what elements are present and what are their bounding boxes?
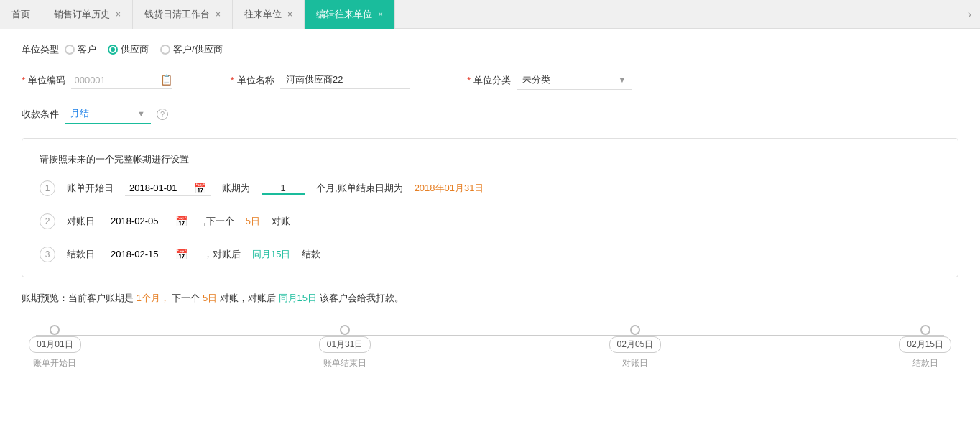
tab-more-button[interactable]: › bbox=[959, 8, 980, 21]
radio-customer[interactable]: 客户 bbox=[65, 43, 96, 56]
tab-sales-order[interactable]: 销售订单历史 × bbox=[42, 0, 133, 29]
timeline-label-0: 账单开始日 bbox=[33, 357, 76, 369]
payment-condition-label: 收款条件 bbox=[22, 108, 59, 121]
cat-required-star: * bbox=[467, 75, 471, 86]
timeline-date-1: 01月31日 bbox=[327, 339, 364, 349]
preview-highlight2: 5日 bbox=[203, 293, 217, 303]
radio-both-circle bbox=[160, 45, 170, 55]
code-required-star: * bbox=[22, 75, 25, 86]
step-1-period-label: 账期为 bbox=[222, 182, 250, 195]
preview-row: 账期预览：当前客户账期是 1个月， 下一个 5日 对账，对账后 同月15日 该客… bbox=[22, 292, 958, 305]
step-3-date-field[interactable] bbox=[111, 249, 175, 259]
tab-home-label: 首页 bbox=[11, 8, 30, 21]
unit-name-label: 单位名称 bbox=[237, 74, 274, 87]
unit-code-group: * 单位编码 📋 bbox=[22, 72, 172, 89]
unit-name-group: * 单位名称 bbox=[230, 72, 409, 89]
tab-partner[interactable]: 往来单位 × bbox=[233, 0, 305, 29]
step-3-row: 3 结款日 📅 ，对账后 同月15日 结款 bbox=[40, 247, 940, 262]
tab-cash-work-close[interactable]: × bbox=[216, 9, 221, 19]
main-content: 单位类型 客户 供应商 客户/供应商 * 单位编码 bbox=[0, 29, 980, 437]
payment-condition-dropdown[interactable]: 月结 ▼ bbox=[65, 104, 151, 124]
step-2-row: 2 对账日 📅 ,下一个 5日 对账 bbox=[40, 213, 940, 229]
step-3-suffix-highlight: 同月15日 bbox=[252, 248, 290, 261]
payment-dropdown-arrow: ▼ bbox=[137, 109, 145, 118]
step-3-suffix-pre: ，对账后 bbox=[203, 248, 241, 261]
radio-supplier-circle bbox=[108, 45, 118, 55]
tab-bar: 首页 销售订单历史 × 钱货日清工作台 × 往来单位 × 编辑往来单位 × › bbox=[0, 0, 980, 29]
payment-condition-value: 月结 bbox=[70, 107, 131, 120]
period-hint: 请按照未来的一个完整帐期进行设置 bbox=[40, 153, 940, 166]
timeline-label-3: 结款日 bbox=[912, 357, 938, 369]
step-1-row: 1 账单开始日 📅 账期为 个月,账单结束日期为 2018年01月31日 bbox=[40, 180, 940, 196]
step-3-num: 3 bbox=[40, 247, 55, 262]
tab-home[interactable]: 首页 bbox=[0, 0, 42, 29]
step-2-date-input: 📅 bbox=[106, 214, 192, 229]
radio-supplier-label: 供应商 bbox=[121, 43, 149, 56]
preview-middle2: 对账，对账后 bbox=[220, 293, 276, 303]
timeline-date-0: 01月01日 bbox=[37, 339, 73, 349]
code-copy-icon[interactable]: 📋 bbox=[160, 74, 172, 86]
radio-both[interactable]: 客户/供应商 bbox=[160, 43, 223, 56]
unit-category-label: 单位分类 bbox=[473, 74, 511, 87]
timeline-point-0: 01月01日 账单开始日 bbox=[29, 319, 81, 369]
step-2-cal-icon[interactable]: 📅 bbox=[175, 216, 188, 227]
timeline-dot-1 bbox=[340, 325, 350, 335]
preview-highlight1: 1个月， bbox=[137, 293, 170, 303]
step-1-cal-icon[interactable]: 📅 bbox=[194, 183, 206, 194]
radio-both-label: 客户/供应商 bbox=[173, 43, 223, 56]
payment-help-icon[interactable]: ? bbox=[157, 109, 168, 120]
radio-customer-circle bbox=[65, 45, 75, 55]
timeline-points: 01月01日 账单开始日 01月31日 账单结束日 02月05日 对账日 bbox=[29, 319, 951, 369]
category-dropdown-arrow: ▼ bbox=[618, 75, 626, 84]
step-1-period-field[interactable] bbox=[262, 183, 305, 195]
timeline-container: 01月01日 账单开始日 01月31日 账单结束日 02月05日 对账日 bbox=[22, 319, 958, 369]
period-section: 请按照未来的一个完整帐期进行设置 1 账单开始日 📅 账期为 个月,账单结束日期… bbox=[22, 138, 958, 277]
unit-name-input[interactable] bbox=[280, 72, 410, 89]
radio-group: 客户 供应商 客户/供应商 bbox=[65, 43, 223, 56]
timeline-date-3: 02月15日 bbox=[907, 339, 943, 349]
step-3-cal-icon[interactable]: 📅 bbox=[175, 249, 188, 260]
step-1-end-date: 2018年01月31日 bbox=[415, 182, 484, 195]
tab-partner-close[interactable]: × bbox=[287, 9, 292, 19]
timeline-badge-3: 02月15日 bbox=[899, 336, 951, 353]
preview-highlight3: 同月15日 bbox=[279, 293, 317, 303]
step-2-suffix-post: 对账 bbox=[272, 215, 290, 228]
unit-category-group: * 单位分类 未分类 ▼ bbox=[467, 70, 632, 90]
tab-edit-partner-label: 编辑往来单位 bbox=[316, 8, 372, 21]
tab-edit-partner[interactable]: 编辑往来单位 × bbox=[305, 0, 395, 29]
preview-suffix: 该客户会给我打款。 bbox=[320, 293, 404, 303]
step-3-suffix-post: 结款 bbox=[302, 248, 320, 261]
step-1-date-field[interactable] bbox=[129, 183, 194, 193]
tab-cash-work-label: 钱货日清工作台 bbox=[144, 8, 210, 21]
code-name-row: * 单位编码 📋 * 单位名称 * 单位分类 未分类 ▼ bbox=[22, 70, 958, 90]
timeline-dot-2 bbox=[630, 325, 640, 335]
radio-supplier[interactable]: 供应商 bbox=[108, 43, 149, 56]
tab-sales-order-label: 销售订单历史 bbox=[54, 8, 110, 21]
step-1-date-input: 📅 bbox=[125, 181, 211, 196]
step-2-label: 对账日 bbox=[67, 215, 95, 228]
timeline-dot-0 bbox=[50, 325, 60, 335]
timeline-date-2: 02月05日 bbox=[617, 339, 654, 349]
unit-type-label: 单位类型 bbox=[22, 43, 59, 56]
step-1-period-unit: 个月,账单结束日期为 bbox=[316, 182, 403, 195]
timeline-point-1: 01月31日 账单结束日 bbox=[319, 319, 371, 369]
step-1-period-input bbox=[262, 183, 305, 195]
step-1-num: 1 bbox=[40, 180, 55, 196]
step-2-suffix-pre: ,下一个 bbox=[203, 215, 234, 228]
step-3-date-input: 📅 bbox=[106, 247, 192, 262]
timeline-dot-3 bbox=[920, 325, 930, 335]
tab-cash-work[interactable]: 钱货日清工作台 × bbox=[133, 0, 233, 29]
unit-type-row: 单位类型 客户 供应商 客户/供应商 bbox=[22, 43, 958, 56]
preview-middle: 下一个 bbox=[172, 293, 200, 303]
timeline-badge-1: 01月31日 bbox=[319, 336, 371, 353]
tab-edit-partner-close[interactable]: × bbox=[378, 9, 383, 19]
payment-condition-row: 收款条件 月结 ▼ ? bbox=[22, 104, 958, 124]
unit-code-input-wrapper: 📋 bbox=[71, 72, 172, 89]
timeline-badge-0: 01月01日 bbox=[29, 336, 81, 353]
tab-sales-order-close[interactable]: × bbox=[116, 9, 121, 19]
unit-code-input[interactable] bbox=[71, 72, 157, 88]
unit-category-dropdown[interactable]: 未分类 ▼ bbox=[517, 70, 632, 90]
timeline-badge-2: 02月05日 bbox=[609, 336, 662, 353]
timeline-point-2: 02月05日 对账日 bbox=[609, 319, 662, 369]
step-2-date-field[interactable] bbox=[111, 216, 175, 226]
